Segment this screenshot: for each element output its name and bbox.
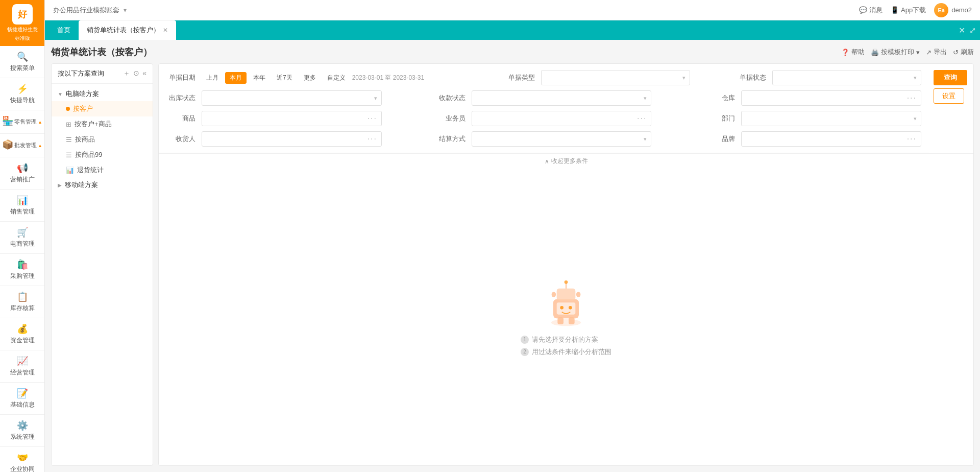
svg-rect-7 <box>576 292 580 297</box>
out-status-select[interactable]: ▾ <box>202 90 382 106</box>
brand-label: 品牌 <box>706 134 735 144</box>
status-label: 单据状态 <box>738 73 766 82</box>
sidebar-item-basic-info[interactable]: 📝 基础信息 <box>0 383 44 415</box>
filter-and-buttons: 单据日期 上月 本月 本年 近7天 更多 自定义 2023-03-01 至 20… <box>159 64 973 153</box>
settle-select[interactable]: ▾ <box>472 131 652 147</box>
empty-tip-1: 1 请先选择要分析的方案 <box>521 335 611 344</box>
search-icon: 🔍 <box>17 51 28 62</box>
date-more[interactable]: 更多 <box>299 72 321 84</box>
salesperson-label: 业务员 <box>437 114 465 123</box>
salesperson-more-icon: ··· <box>637 114 647 123</box>
tree-section: ▼ 电脑端方案 按客户 ⊞ 按客户+商品 ☰ 按商品 <box>52 84 153 195</box>
sidebar-item-sales[interactable]: 📊 销售管理 <box>0 190 44 222</box>
table2-icon: ☰ <box>66 151 72 159</box>
sidebar-item-wholesale[interactable]: 📦 批发管理 ▲ <box>0 134 44 157</box>
message-icon: 💬 <box>859 6 867 14</box>
status-select[interactable]: ▾ <box>772 70 921 85</box>
collect-select[interactable]: ▾ <box>472 90 652 106</box>
page-actions: ❓ 帮助 🖨️ 按模板打印 ▾ ↗ 导出 ↺ 刷新 <box>841 48 974 57</box>
app-sub-text: 标准版 <box>15 35 30 42</box>
tree-group-pc[interactable]: ▼ 电脑端方案 <box>52 87 153 101</box>
retail-icon: 🏪 <box>2 115 13 127</box>
tree-group-mobile[interactable]: ▶ 移动端方案 <box>52 178 153 192</box>
active-indicator <box>66 107 70 111</box>
settings-scheme-btn[interactable]: ⊙ <box>133 69 139 78</box>
tree-item-by-goods[interactable]: ☰ 按商品 <box>52 132 153 147</box>
warehouse-more-icon: ··· <box>907 93 917 103</box>
tab-close-icon[interactable]: ✕ <box>163 27 168 34</box>
right-panel: 单据日期 上月 本月 本年 近7天 更多 自定义 2023-03-01 至 20… <box>158 63 974 466</box>
collapse-left-btn[interactable]: « <box>142 69 146 78</box>
collect-dropdown-icon: ▾ <box>644 95 647 102</box>
sidebar-item-system[interactable]: ⚙️ 系统管理 <box>0 415 44 447</box>
content-area: 销货单统计表（按客户） ❓ 帮助 🖨️ 按模板打印 ▾ ↗ 导出 ↺ 刷新 <box>45 40 980 472</box>
type-select[interactable]: ▾ <box>541 70 690 85</box>
date-custom[interactable]: 自定义 <box>323 72 350 84</box>
date-this-month[interactable]: 本月 <box>225 72 247 84</box>
dept-select[interactable]: ▾ <box>741 111 921 126</box>
basic-info-icon: 📝 <box>17 388 28 399</box>
sidebar-item-management[interactable]: 📈 经营管理 <box>0 350 44 383</box>
add-scheme-btn[interactable]: ＋ <box>123 69 130 78</box>
svg-rect-6 <box>552 292 556 297</box>
workspace-dropdown[interactable]: ▾ <box>124 7 127 14</box>
collapse-more-btn[interactable]: ∧ 收起更多条件 <box>159 153 973 169</box>
tree-item-customer-goods[interactable]: ⊞ 按客户+商品 <box>52 116 153 132</box>
filter-row-1: 单据日期 上月 本月 本年 近7天 更多 自定义 2023-03-01 至 20… <box>167 70 921 85</box>
brand-select[interactable]: ··· <box>741 131 921 147</box>
print-btn[interactable]: 🖨️ 按模板打印 ▾ <box>871 48 920 57</box>
tree-item-return-stats[interactable]: 📊 退货统计 <box>52 162 153 178</box>
sidebar-item-inventory[interactable]: 📋 库存核算 <box>0 286 44 318</box>
query-button[interactable]: 查询 <box>934 70 967 85</box>
svg-rect-2 <box>557 302 576 314</box>
tree-item-by-customer[interactable]: 按客户 <box>52 101 153 116</box>
date-this-year[interactable]: 本年 <box>249 72 270 84</box>
sidebar: 好 畅捷通好生意 标准版 🔍 搜索菜单 ⚡ 快捷导航 🏪 零售管理 ▲ 📦 批发… <box>0 0 45 472</box>
goods-select[interactable]: ··· <box>202 111 382 126</box>
empty-illustration <box>541 278 592 329</box>
goods-more-icon: ··· <box>368 114 377 123</box>
avatar: Ea <box>934 3 948 17</box>
status-dropdown-icon: ▾ <box>914 75 917 81</box>
sidebar-item-finance[interactable]: 💰 资金管理 <box>0 318 44 350</box>
dept-label: 部门 <box>706 114 735 123</box>
date-last-month[interactable]: 上月 <box>202 72 223 84</box>
sidebar-item-search[interactable]: 🔍 搜索菜单 <box>0 46 44 78</box>
tab-report[interactable]: 销货单统计表（按客户） ✕ <box>79 20 176 40</box>
inner-layout: 按以下方案查询 ＋ ⊙ « ▼ 电脑端方案 按客户 <box>51 63 974 466</box>
settings-button[interactable]: 设置 <box>934 88 964 104</box>
sidebar-item-collab[interactable]: 🤝 企业协同 <box>0 447 44 472</box>
app-download-btn[interactable]: 📱 App下载 <box>891 6 926 15</box>
sidebar-item-ecommerce[interactable]: 🛒 电商管理 <box>0 222 44 254</box>
page-title: 销货单统计表（按客户） <box>51 46 152 58</box>
date-filter-group: 上月 本月 本年 近7天 更多 自定义 2023-03-01 至 2023-03… <box>202 72 424 84</box>
sidebar-item-retail[interactable]: 🏪 零售管理 ▲ <box>0 110 44 134</box>
svg-point-4 <box>569 306 572 310</box>
receiver-select[interactable]: ··· <box>202 131 382 147</box>
header-actions: 💬 消息 📱 App下载 Ea demo2 <box>859 3 972 17</box>
user-menu[interactable]: Ea demo2 <box>934 3 972 17</box>
date-last-7days[interactable]: 近7天 <box>272 72 297 84</box>
maximize-btn[interactable]: ⤢ <box>969 26 976 35</box>
tab-home[interactable]: 首页 <box>49 20 79 40</box>
app-logo-text: 畅捷通好生意 <box>7 26 38 33</box>
sidebar-item-purchase[interactable]: 🛍️ 采购管理 <box>0 254 44 286</box>
out-status-label: 出库状态 <box>167 93 195 103</box>
sidebar-item-marketing[interactable]: 📢 营销推广 <box>0 157 44 190</box>
svg-rect-11 <box>569 317 575 324</box>
salesperson-select[interactable]: ··· <box>472 111 652 126</box>
app-logo-icon: 好 <box>12 4 33 25</box>
tree-item-by-goods99[interactable]: ☰ 按商品99 <box>52 147 153 162</box>
page-header: 销货单统计表（按客户） ❓ 帮助 🖨️ 按模板打印 ▾ ↗ 导出 ↺ 刷新 <box>51 46 974 58</box>
svg-rect-5 <box>557 288 576 300</box>
sidebar-item-quick-nav[interactable]: ⚡ 快捷导航 <box>0 78 44 110</box>
help-btn[interactable]: ❓ 帮助 <box>841 48 865 57</box>
svg-rect-10 <box>557 317 564 324</box>
left-panel: 按以下方案查询 ＋ ⊙ « ▼ 电脑端方案 按客户 <box>51 63 153 466</box>
warehouse-select[interactable]: ··· <box>741 90 921 106</box>
refresh-btn[interactable]: ↺ 刷新 <box>953 48 974 57</box>
export-btn[interactable]: ↗ 导出 <box>926 48 947 57</box>
message-btn[interactable]: 💬 消息 <box>859 6 883 15</box>
tip-num-1: 1 <box>521 336 529 344</box>
close-all-tabs-btn[interactable]: ✕ <box>959 26 965 35</box>
